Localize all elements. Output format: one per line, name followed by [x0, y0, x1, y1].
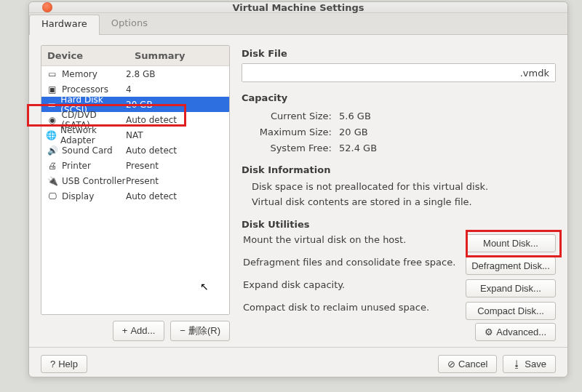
gear-icon: ⚙ [485, 327, 493, 337]
settings-window: Virtual Machine Settings Hardware Option… [28, 1, 568, 377]
download-icon: ⭳ [512, 359, 522, 369]
add-button[interactable]: +Add... [113, 321, 165, 341]
plus-icon: + [122, 325, 128, 336]
network-icon: 🌐 [46, 130, 57, 140]
help-icon: ? [50, 359, 55, 369]
usb-icon: 🔌 [46, 176, 59, 186]
device-table: Device Summary ▭Memory 2.8 GB ▣Processor… [41, 45, 230, 315]
help-button[interactable]: ?Help [41, 355, 87, 373]
tabs: Hardware Options [29, 13, 567, 35]
sound-icon: 🔊 [46, 145, 59, 156]
compact-disk-button[interactable]: Compact Disk... [466, 302, 556, 320]
remove-button[interactable]: −删除(R) [170, 321, 230, 341]
advanced-button[interactable]: ⚙Advanced... [475, 323, 556, 341]
window-title: Virtual Machine Settings [29, 2, 567, 13]
table-row[interactable]: 🖵Display Auto detect [41, 188, 229, 204]
table-row[interactable]: ▭Memory 2.8 GB [41, 66, 229, 81]
col-device: Device [47, 50, 135, 61]
diskfile-heading: Disk File [242, 48, 556, 59]
close-icon[interactable] [42, 2, 52, 12]
diskinfo-heading: Disk Information [242, 164, 556, 175]
diskfile-field[interactable]: .vmdk [242, 63, 556, 82]
col-summary: Summary [135, 50, 185, 61]
cancel-icon: ⊘ [447, 359, 455, 369]
table-row[interactable]: 🌐Network Adapter NAT [41, 127, 229, 143]
printer-icon: 🖨 [46, 161, 59, 171]
diskutil-heading: Disk Utilities [242, 219, 556, 230]
defragment-disk-button[interactable]: Defragment Disk... [466, 257, 556, 275]
capacity-heading: Capacity [242, 92, 556, 103]
tab-options[interactable]: Options [100, 13, 159, 35]
cd-icon: ◉ [46, 115, 59, 125]
hdd-icon: ▭ [46, 100, 57, 110]
titlebar: Virtual Machine Settings [29, 2, 567, 13]
expand-disk-button[interactable]: Expand Disk... [466, 279, 556, 297]
cpu-icon: ▣ [46, 84, 59, 95]
save-button[interactable]: ⭳Save [503, 355, 556, 373]
mount-disk-button[interactable]: Mount Disk... [466, 234, 556, 252]
table-row[interactable]: 🔌USB Controller Present [41, 173, 229, 188]
table-row[interactable]: 🔊Sound Card Auto detect [41, 143, 229, 158]
tab-hardware[interactable]: Hardware [29, 15, 100, 35]
table-row[interactable]: 🖨Printer Present [41, 158, 229, 173]
memory-icon: ▭ [46, 69, 59, 79]
minus-icon: − [180, 325, 186, 336]
display-icon: 🖵 [46, 191, 59, 201]
cancel-button[interactable]: ⊘Cancel [438, 355, 497, 373]
